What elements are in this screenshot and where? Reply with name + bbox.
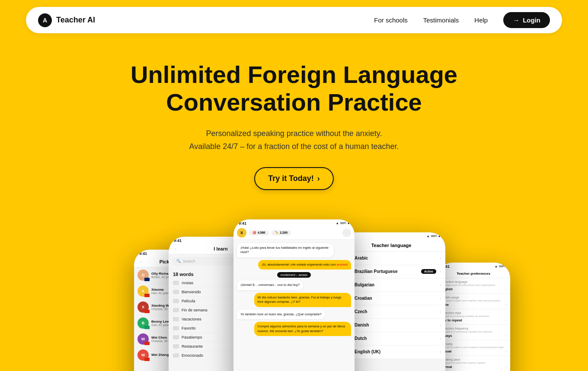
chat-header: X 🎯 4.580 ✏️ 2.280 [233, 226, 355, 240]
flag-icon [144, 326, 150, 329]
flag-icon [144, 294, 150, 297]
brand-logo[interactable]: A Teacher AI [38, 13, 95, 27]
nav-links: For schools Testimonials Help → Login [374, 12, 550, 28]
phone-screen-prefs: 9:41 ▲WiFi Teacher preferences Instructi… [437, 263, 510, 371]
avatar: O [137, 270, 149, 281]
chevron-icon: › [440, 350, 441, 354]
message-bubble: Compré algunos alimentos para la semana … [254, 322, 351, 336]
chevron-icon: › [440, 283, 441, 287]
speaker-icon [173, 308, 179, 312]
message-bubble: Yo también tuve un buen día, gracias. ¿Q… [237, 310, 325, 320]
hero-subtext: Personalized speaking practice without t… [9, 127, 579, 153]
pref-item: Speaking pace The speed at which the tea… [437, 356, 510, 371]
message-bubble: ¡Hola! ¿Listo para llevar tus habilidade… [237, 243, 334, 257]
speaker-icon [173, 326, 179, 330]
speaker-icon [173, 353, 179, 358]
phone-chat: 9:41 ▲WiFi● X 🎯 4.580 ✏️ 2.280 [233, 219, 355, 371]
stat-pill-1: 🎯 4.580 [249, 230, 269, 235]
pref-item: Formality Level of formality in your tea… [437, 340, 510, 356]
phone-teacher-prefs: 9:41 ▲WiFi Teacher preferences Instructi… [437, 263, 510, 371]
speaker-icon [173, 290, 179, 294]
status-icons: ▲WiFi● [336, 222, 349, 225]
flag-icon [144, 342, 150, 345]
chevron-icon: › [505, 365, 507, 369]
chat-avatar: X [237, 228, 246, 238]
chevron-icon: › [440, 256, 441, 260]
search-icon: 🔍 [176, 259, 181, 263]
pref-item: Correction style Method of correcting mi… [437, 309, 510, 325]
chat-stats: 🎯 4.580 ✏️ 2.280 [249, 230, 340, 235]
hero-section: Unlimited Foreign Language Conversation … [0, 40, 588, 190]
chevron-icon: › [505, 334, 507, 338]
status-bar-chat: 9:41 ▲WiFi● [233, 219, 355, 226]
chat-profile-icon [342, 228, 351, 237]
avatar: W [137, 349, 149, 361]
chevron-icon: › [505, 349, 507, 353]
pref-item: Instruction language language used for i… [437, 278, 510, 294]
avatar: W [137, 333, 149, 345]
speaker-icon [173, 335, 179, 339]
chevron-icon: › [505, 287, 507, 291]
chevron-icon: › [440, 296, 441, 301]
nav-for-schools[interactable]: For schools [374, 16, 408, 24]
avatar: B [137, 317, 149, 329]
chevron-icon: › [505, 303, 507, 307]
speaker-icon [173, 281, 179, 285]
speaker-icon [173, 344, 179, 349]
nav-help[interactable]: Help [474, 16, 488, 24]
chevron-icon: › [440, 310, 441, 314]
logo-icon: A [38, 13, 52, 27]
avatar: X [137, 285, 149, 297]
hero-headline: Unlimited Foreign Language Conversation … [121, 61, 467, 117]
cta-arrow-icon: › [317, 174, 320, 183]
hero-cta-button[interactable]: Try it Today! › [254, 167, 334, 190]
phone-screen-chat: 9:41 ▲WiFi● X 🎯 4.580 ✏️ 2.280 [233, 219, 355, 371]
chevron-icon: › [440, 336, 441, 341]
nav-testimonials[interactable]: Testimonials [423, 16, 459, 24]
flag-icon [144, 310, 150, 313]
tooltip-pill: excitement – ansias [277, 272, 311, 278]
stat-pill-2: ✏️ 2.280 [272, 230, 291, 235]
prefs-title: Teacher preferences [437, 270, 510, 278]
chevron-icon: › [440, 270, 441, 274]
chevron-icon: › [505, 318, 507, 322]
brand-name: Teacher AI [56, 16, 95, 25]
chat-messages: ¡Hola! ¿Listo para llevar tus habilidade… [233, 240, 355, 340]
avatar: X [137, 301, 149, 313]
flag-icon [144, 278, 150, 281]
login-button[interactable]: → Login [503, 12, 550, 28]
phones-showcase: 9:41 ▲WiFi● ← Pick your teacher O Olly R… [0, 211, 588, 371]
navbar: A Teacher AI For schools Testimonials He… [26, 7, 562, 33]
message-bubble: ¡Genial! E... conversaci... uvo tu día h… [237, 280, 303, 290]
speaker-icon [173, 299, 179, 303]
pref-item: English usage How much English your teac… [437, 294, 510, 309]
message-bubble: ¡Sí, absolutamente! ¡He estado esperando… [258, 260, 351, 270]
status-icons: ▲WiFi [495, 265, 505, 268]
chevron-icon: › [440, 323, 441, 327]
status-icons: ▲WiFi● [427, 235, 440, 238]
speaker-icon [173, 317, 179, 321]
pref-item: Correction frequency Frequency of correc… [437, 325, 510, 340]
flag-icon [144, 358, 150, 361]
login-icon: → [513, 16, 519, 24]
message-bubble: Mi día estuvo bastante bien, gracias. Fu… [254, 293, 351, 307]
status-bar-prefs: 9:41 ▲WiFi [437, 263, 510, 270]
